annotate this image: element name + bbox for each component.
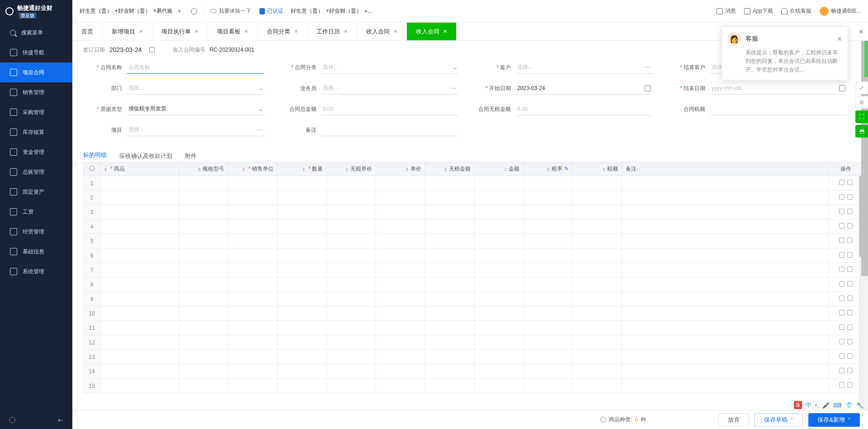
- table-row[interactable]: 13: [84, 350, 863, 364]
- col-0[interactable]: ▲▼*商品: [100, 162, 179, 176]
- cell[interactable]: [474, 263, 524, 277]
- cell[interactable]: [326, 350, 376, 364]
- delete-icon[interactable]: [839, 194, 844, 200]
- cell[interactable]: [474, 191, 524, 205]
- cell[interactable]: [524, 277, 573, 292]
- cell[interactable]: [376, 321, 425, 335]
- cell[interactable]: [228, 364, 278, 379]
- cell[interactable]: [326, 263, 376, 277]
- cell[interactable]: [326, 379, 376, 393]
- copy-icon[interactable]: [847, 267, 853, 272]
- cell[interactable]: [100, 321, 179, 335]
- cell[interactable]: [573, 350, 622, 364]
- cell[interactable]: [376, 191, 425, 205]
- cell[interactable]: [524, 364, 573, 379]
- switch-link-2[interactable]: +好业财（普）: [115, 7, 151, 15]
- cell[interactable]: [474, 248, 524, 263]
- customer-service-button[interactable]: 在线客服: [781, 7, 811, 15]
- experience-button[interactable]: 我要体验一下: [210, 7, 251, 15]
- cell[interactable]: [524, 191, 573, 205]
- table-row[interactable]: 12: [84, 335, 863, 350]
- cell[interactable]: [573, 219, 622, 234]
- switch-link-3[interactable]: +易代账: [153, 7, 173, 15]
- copy-icon[interactable]: [847, 382, 853, 388]
- cell[interactable]: [524, 379, 573, 393]
- close-icon[interactable]: ✕: [244, 29, 248, 34]
- sidebar-item-0[interactable]: 搜索菜单: [0, 23, 72, 43]
- table-row[interactable]: 6: [84, 248, 863, 263]
- cell[interactable]: [622, 248, 829, 263]
- cell[interactable]: [474, 335, 524, 350]
- col-2[interactable]: ▲▼*销售单位: [228, 162, 278, 176]
- cell[interactable]: [228, 335, 278, 350]
- cell[interactable]: [376, 263, 425, 277]
- tab-0[interactable]: 首页: [72, 23, 103, 40]
- cell[interactable]: [474, 306, 524, 321]
- cell[interactable]: [326, 176, 376, 191]
- cell[interactable]: [100, 263, 179, 277]
- cell[interactable]: [278, 263, 327, 277]
- table-row[interactable]: 3: [84, 205, 863, 219]
- cell[interactable]: [425, 277, 474, 292]
- copy-icon[interactable]: [847, 281, 853, 286]
- cell[interactable]: [179, 205, 228, 219]
- cell[interactable]: [622, 335, 829, 350]
- cell[interactable]: [179, 292, 228, 306]
- col-7[interactable]: ▲▼金额: [474, 162, 524, 176]
- copy-icon[interactable]: [847, 296, 853, 301]
- cell[interactable]: [228, 306, 278, 321]
- tax-amount-input[interactable]: [710, 103, 847, 115]
- close-icon[interactable]: ✕: [393, 29, 397, 34]
- cell[interactable]: [425, 234, 474, 248]
- copy-icon[interactable]: [847, 238, 853, 243]
- cell[interactable]: [425, 292, 474, 306]
- cell[interactable]: [524, 321, 573, 335]
- cell[interactable]: [524, 335, 573, 350]
- cell[interactable]: [622, 321, 829, 335]
- cell[interactable]: [573, 205, 622, 219]
- cell[interactable]: [573, 306, 622, 321]
- cell[interactable]: [376, 335, 425, 350]
- cell[interactable]: [622, 277, 829, 292]
- invoice-type-select[interactable]: 增值税专用发票⌵: [127, 103, 264, 115]
- notax-amount-input[interactable]: [515, 103, 653, 115]
- cell[interactable]: [228, 176, 278, 191]
- cell[interactable]: [326, 335, 376, 350]
- cell[interactable]: [524, 205, 573, 219]
- cell[interactable]: [376, 248, 425, 263]
- user-menu[interactable]: 畅捷通B组...: [820, 7, 861, 16]
- cell[interactable]: [100, 277, 179, 292]
- copy-icon[interactable]: [847, 339, 853, 344]
- cell[interactable]: [425, 176, 474, 191]
- cell[interactable]: [474, 176, 524, 191]
- cell[interactable]: [326, 219, 376, 234]
- table-row[interactable]: 10: [84, 306, 863, 321]
- save-draft-button[interactable]: 保存草稿⌃: [755, 413, 803, 427]
- delete-icon[interactable]: [839, 310, 844, 315]
- gear-icon[interactable]: [89, 166, 94, 171]
- cell[interactable]: [622, 219, 829, 234]
- cell[interactable]: [474, 364, 524, 379]
- ime-keyboard-icon[interactable]: ⌨: [833, 402, 842, 409]
- cell[interactable]: [228, 292, 278, 306]
- cell[interactable]: [573, 364, 622, 379]
- sidebar-item-1[interactable]: 快捷导航: [0, 43, 72, 62]
- cell[interactable]: [573, 248, 622, 263]
- cell[interactable]: [573, 292, 622, 306]
- table-row[interactable]: 7: [84, 263, 863, 277]
- cell[interactable]: [100, 350, 179, 364]
- cell[interactable]: [376, 176, 425, 191]
- cell[interactable]: [179, 350, 228, 364]
- cell[interactable]: [376, 364, 425, 379]
- tool-fullscreen-icon[interactable]: ⛶: [855, 110, 868, 123]
- delete-icon[interactable]: [839, 238, 844, 243]
- tab-5[interactable]: 工作日历✕: [307, 23, 357, 40]
- cell[interactable]: [622, 191, 829, 205]
- cell[interactable]: [278, 379, 327, 393]
- tab-7[interactable]: 收入合同✕: [407, 23, 457, 40]
- cell[interactable]: [474, 292, 524, 306]
- edit-icon[interactable]: [149, 47, 155, 52]
- cell[interactable]: [179, 321, 228, 335]
- cell[interactable]: [100, 292, 179, 306]
- ime-logo-icon[interactable]: S: [794, 401, 802, 409]
